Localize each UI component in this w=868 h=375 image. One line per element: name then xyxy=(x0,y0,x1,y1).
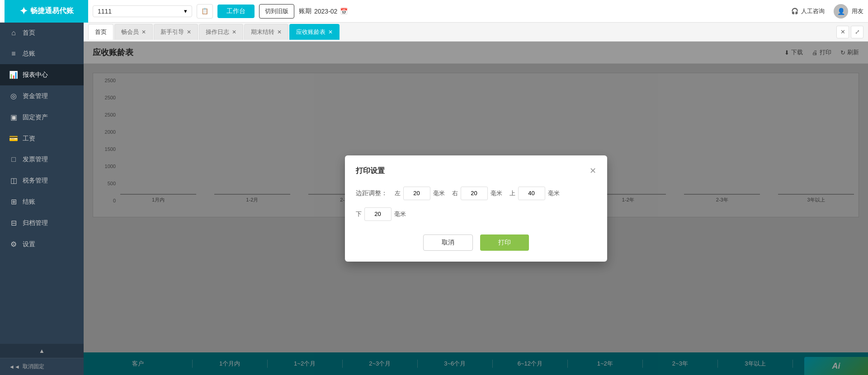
reports-icon: 📊 xyxy=(9,70,18,79)
sidebar-item-label: 首页 xyxy=(23,29,35,37)
right-input[interactable] xyxy=(461,187,488,200)
tab-yearend-close[interactable]: ✕ xyxy=(277,29,282,35)
logo-icon: ✦ xyxy=(19,5,28,17)
sidebar-item-label: 报表中心 xyxy=(23,71,48,79)
modal-header: 打印设置 ✕ xyxy=(356,166,596,176)
tab-expand-btn[interactable]: ⤢ xyxy=(851,26,863,38)
margin-label: 边距调整： xyxy=(356,189,387,197)
modal-footer: 取消 打印 xyxy=(356,234,596,251)
tab-close-all-btn[interactable]: ✕ xyxy=(836,26,849,38)
switch-old-button[interactable]: 切到旧版 xyxy=(259,4,294,19)
sidebar-item-label: 设置 xyxy=(23,240,35,248)
tab-yearend-label: 期末结转 xyxy=(251,28,274,36)
margin-top-group: 上 毫米 xyxy=(509,187,560,200)
username: 用友 xyxy=(852,7,863,15)
sidebar-item-settings[interactable]: ⚙ 设置 xyxy=(0,234,84,255)
margin-bottom-group: 下 毫米 xyxy=(356,207,406,221)
sidebar-item-label: 工资 xyxy=(23,135,35,143)
main-content: 首页 畅会员 ✕ 新手引导 ✕ 操作日志 ✕ 期末结转 ✕ 应收账龄表 ✕ xyxy=(84,23,868,375)
period-label: 账期 xyxy=(299,7,311,15)
consult-label: 人工咨询 xyxy=(801,7,825,15)
sidebar-item-assets[interactable]: ▣ 固定资产 xyxy=(0,107,84,128)
workbench-button[interactable]: 工作台 xyxy=(217,5,255,18)
archive-icon: ⊟ xyxy=(9,219,18,227)
modal-overlay: 打印设置 ✕ 边距调整： 左 毫米 右 xyxy=(84,42,868,375)
calendar-icon-btn[interactable]: 📋 xyxy=(197,4,213,19)
modal-close-btn[interactable]: ✕ xyxy=(590,167,596,175)
headset-icon: 🎧 xyxy=(791,8,798,14)
tab-guide-close[interactable]: ✕ xyxy=(187,29,191,35)
sidebar-item-label: 结账 xyxy=(23,198,35,206)
tab-actions: ✕ ⤢ xyxy=(836,26,863,38)
sidebar-item-home[interactable]: ⌂ 首页 xyxy=(0,23,84,43)
right-unit: 毫米 xyxy=(491,189,502,197)
print-settings-modal: 打印设置 ✕ 边距调整： 左 毫米 右 xyxy=(345,155,607,262)
sidebar-item-archive[interactable]: ⊟ 归档管理 xyxy=(0,212,84,234)
main-layout: ⌂ 首页 ≡ 总账 📊 报表中心 ◎ 资金管理 ▣ 固定资产 💳 工资 xyxy=(0,23,868,375)
sidebar-item-label: 固定资产 xyxy=(23,113,48,122)
tab-aging[interactable]: 应收账龄表 ✕ xyxy=(289,24,340,40)
app-name: 畅捷通易代账 xyxy=(30,6,74,16)
sidebar-item-reports[interactable]: 📊 报表中心 xyxy=(0,64,84,85)
dropdown-icon: ▾ xyxy=(184,8,187,14)
pin-icon: ◄◄ xyxy=(9,364,20,370)
tab-aging-close[interactable]: ✕ xyxy=(328,29,333,35)
modal-body: 边距调整： 左 毫米 右 毫米 xyxy=(356,187,596,221)
close-account-icon: ⊞ xyxy=(9,197,18,206)
left-input[interactable] xyxy=(403,187,430,200)
sidebar-item-salary[interactable]: 💳 工资 xyxy=(0,128,84,149)
user-menu[interactable]: 👤 用友 xyxy=(834,4,863,19)
tab-bar: 首页 畅会员 ✕ 新手引导 ✕ 操作日志 ✕ 期末结转 ✕ 应收账龄表 ✕ xyxy=(84,23,868,42)
page-content: 应收账龄表 ⬇ 下载 🖨 打印 ↻ 刷新 xyxy=(84,42,868,375)
consult-btn[interactable]: 🎧 人工咨询 xyxy=(791,7,825,15)
tab-oplog[interactable]: 操作日志 ✕ xyxy=(199,24,243,40)
cancel-fixed-label: 取消固定 xyxy=(23,363,44,370)
settings-icon: ⚙ xyxy=(9,240,18,248)
tab-home-label: 首页 xyxy=(95,28,107,36)
bottom-label: 下 xyxy=(356,210,362,218)
bottom-unit: 毫米 xyxy=(394,210,406,218)
sidebar-item-label: 发票管理 xyxy=(23,155,48,164)
margin-row: 边距调整： 左 毫米 右 毫米 xyxy=(356,187,596,221)
left-unit: 毫米 xyxy=(433,189,445,197)
confirm-print-button[interactable]: 打印 xyxy=(480,234,529,251)
sidebar-item-tax[interactable]: ◫ 税务管理 xyxy=(0,170,84,191)
invoice-icon: □ xyxy=(9,155,18,164)
tab-aging-label: 应收账龄表 xyxy=(296,28,326,36)
sidebar-item-label: 资金管理 xyxy=(23,92,48,100)
company-selector[interactable]: 1111 ▾ xyxy=(93,5,192,17)
sidebar-item-close[interactable]: ⊞ 结账 xyxy=(0,191,84,212)
tab-oplog-close[interactable]: ✕ xyxy=(232,29,236,35)
sidebar-nav: ⌂ 首页 ≡ 总账 📊 报表中心 ◎ 资金管理 ▣ 固定资产 💳 工资 xyxy=(0,23,84,344)
cancel-button[interactable]: 取消 xyxy=(423,234,473,251)
salary-icon: 💳 xyxy=(9,134,18,143)
sidebar: ⌂ 首页 ≡ 总账 📊 报表中心 ◎ 资金管理 ▣ 固定资产 💳 工资 xyxy=(0,23,84,375)
sidebar-item-funds[interactable]: ◎ 资金管理 xyxy=(0,85,84,107)
sidebar-item-label: 税务管理 xyxy=(23,177,48,185)
margin-left-group: 左 毫米 xyxy=(395,187,445,200)
calendar-icon: 📋 xyxy=(201,8,208,14)
tab-yearend[interactable]: 期末结转 ✕ xyxy=(244,24,288,40)
top-label: 上 xyxy=(509,189,515,197)
bottom-input[interactable] xyxy=(364,207,392,221)
tab-vip[interactable]: 畅会员 ✕ xyxy=(114,24,153,40)
home-icon: ⌂ xyxy=(9,29,18,37)
cancel-fixed-btn[interactable]: ◄◄ 取消固定 xyxy=(0,358,84,375)
tab-guide[interactable]: 新手引导 ✕ xyxy=(154,24,198,40)
header-right: 🎧 人工咨询 👤 用友 xyxy=(791,4,863,19)
period-calendar-icon: 📅 xyxy=(340,8,348,15)
sidebar-item-label: 归档管理 xyxy=(23,219,48,227)
sidebar-item-ledger[interactable]: ≡ 总账 xyxy=(0,43,84,64)
period-value: 2023-02 xyxy=(314,8,337,15)
top-input[interactable] xyxy=(518,187,545,200)
sidebar-item-label: 总账 xyxy=(23,50,35,58)
modal-title: 打印设置 xyxy=(356,166,385,176)
tab-home[interactable]: 首页 xyxy=(88,24,113,40)
left-label: 左 xyxy=(395,189,401,197)
margin-right-group: 右 毫米 xyxy=(452,187,502,200)
sidebar-item-invoice[interactable]: □ 发票管理 xyxy=(0,149,84,170)
sidebar-scroll-up[interactable]: ▲ xyxy=(0,344,84,358)
period-display: 账期 2023-02 📅 xyxy=(299,7,348,15)
tab-guide-label: 新手引导 xyxy=(160,28,184,36)
tab-vip-close[interactable]: ✕ xyxy=(142,29,146,35)
